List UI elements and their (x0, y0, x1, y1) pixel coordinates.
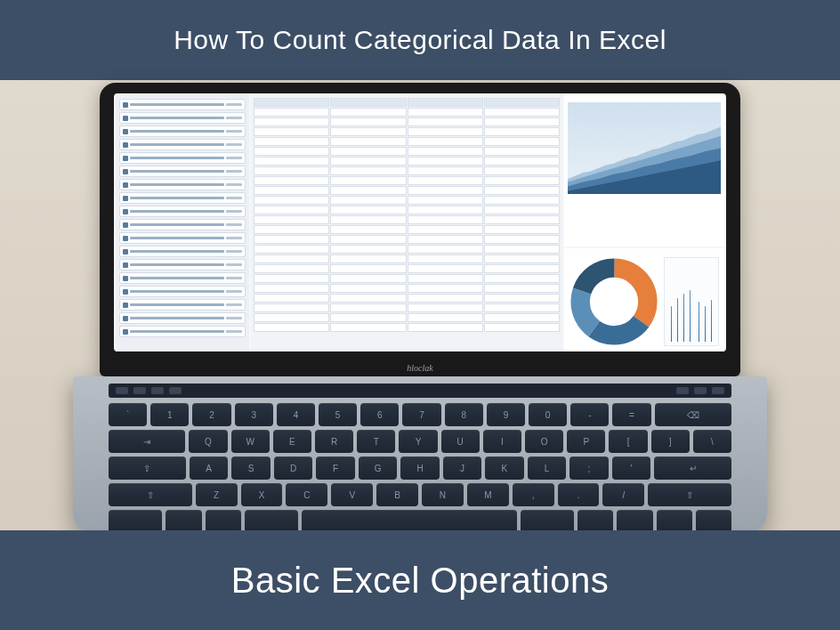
key: P (567, 430, 605, 453)
key: ; (569, 456, 608, 480)
laptop-keyboard-deck: `1234567890-=⌫ ⇥QWERTYUIOP[]\ ⇪ASDFGHJKL… (73, 376, 767, 532)
key: O (525, 430, 563, 453)
list-item (119, 272, 246, 284)
list-item (119, 125, 246, 137)
area-chart-panel (564, 95, 724, 246)
key: 8 (445, 403, 483, 426)
table-row (254, 108, 560, 117)
table-row (254, 254, 560, 263)
bar-chart (664, 257, 719, 346)
key: S (231, 456, 270, 480)
key: Z (196, 483, 238, 506)
donut-chart-icon (569, 257, 658, 346)
list-item (119, 232, 246, 244)
key: \ (693, 430, 731, 453)
key: 5 (319, 403, 357, 426)
key: ⌫ (655, 403, 731, 426)
table-row (254, 245, 560, 254)
list-item (119, 206, 246, 217)
spreadsheet-sidebar (116, 95, 249, 351)
key: / (602, 483, 644, 506)
key: ⇧ (109, 483, 192, 506)
table-row (254, 264, 560, 273)
key: I (483, 430, 521, 453)
table-row (254, 137, 560, 146)
key: ⇧ (648, 483, 731, 506)
key: M (467, 483, 509, 506)
key: B (376, 483, 418, 506)
key: C (286, 483, 327, 506)
keyboard-rows: `1234567890-=⌫ ⇥QWERTYUIOP[]\ ⇪ASDFGHJKL… (109, 403, 731, 533)
list-item (119, 192, 246, 204)
table-row (254, 206, 560, 214)
key: J (443, 456, 481, 480)
laptop-screen-bezel: hloclak (100, 83, 740, 376)
key: T (357, 430, 395, 453)
key: ' (612, 456, 650, 480)
laptop-screen (114, 93, 726, 351)
key: ⇪ (109, 456, 186, 480)
list-item (119, 259, 246, 271)
key: 3 (235, 403, 273, 426)
key: = (612, 403, 650, 426)
hero-area: hloclak `1234567890-=⌫ ⇥QWERTYUIOP[]\ ⇪A… (0, 80, 840, 530)
table-row (254, 196, 560, 205)
key: ] (651, 430, 690, 453)
table-row (254, 274, 560, 283)
key: ` (109, 403, 147, 426)
key: ↵ (654, 456, 731, 480)
table-row (254, 313, 560, 322)
list-item (119, 99, 246, 110)
footer-bar: Basic Excel Operations (0, 530, 840, 630)
table-row (254, 186, 560, 195)
table-row (254, 176, 560, 185)
key: D (274, 456, 312, 480)
list-item (119, 299, 246, 311)
laptop-brand-label: hloclak (407, 363, 432, 373)
touch-bar (109, 384, 731, 398)
key: A (190, 456, 228, 480)
key: Y (399, 430, 437, 453)
key: L (528, 456, 566, 480)
data-grid-panel (251, 95, 562, 351)
key: N (422, 483, 464, 506)
key: 1 (150, 403, 189, 426)
key: Q (189, 430, 227, 453)
list-item (119, 219, 246, 230)
key: E (273, 430, 311, 453)
table-row (254, 117, 560, 126)
table-row (254, 323, 560, 332)
table-row (254, 147, 560, 156)
table-row (254, 225, 560, 234)
key: , (513, 483, 554, 506)
key: 9 (487, 403, 525, 426)
list-item (119, 312, 246, 324)
table-row (254, 294, 560, 303)
list-item (119, 179, 246, 190)
key: 2 (192, 403, 230, 426)
key: 4 (277, 403, 315, 426)
table-row (254, 235, 560, 244)
key: R (315, 430, 353, 453)
list-item (119, 286, 246, 297)
key: 7 (402, 403, 440, 426)
svg-point-6 (593, 280, 635, 323)
key: V (331, 483, 373, 506)
donut-chart (569, 257, 658, 346)
key: U (441, 430, 480, 453)
table-row (254, 284, 560, 293)
key: F (316, 456, 354, 480)
table-row (254, 166, 560, 175)
table-row (254, 127, 560, 136)
list-item (119, 112, 246, 124)
key: X (241, 483, 283, 506)
list-item (119, 246, 246, 257)
table-row (254, 303, 560, 312)
table-row (254, 215, 560, 224)
key: 0 (529, 403, 567, 426)
key: G (359, 456, 397, 480)
list-item (119, 139, 246, 150)
table-row (254, 157, 560, 166)
bottom-charts-panel (564, 248, 724, 351)
list-item (119, 326, 246, 337)
